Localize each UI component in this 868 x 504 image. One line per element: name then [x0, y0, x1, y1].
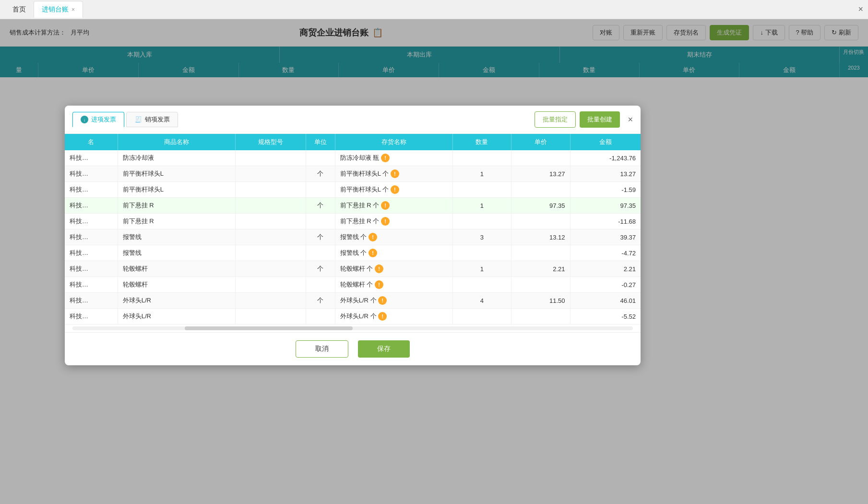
cell-spec	[235, 214, 306, 229]
cell-unit: 个	[306, 198, 335, 214]
cell-spec	[235, 309, 306, 324]
cell-unit	[306, 150, 335, 166]
tab-out-invoice[interactable]: 🧾 销项发票	[126, 112, 178, 127]
cell-qty	[452, 309, 511, 324]
cell-product: 前平衡杆球头L	[118, 182, 235, 198]
cell-stock: 报警线 个 !	[335, 229, 452, 245]
cell-unit	[306, 214, 335, 229]
save-button[interactable]: 保存	[358, 340, 410, 358]
modal-table: 名 商品名称 规格型号 单位 存货名称 数量 单价 金额 科技… 防冻冷却液	[65, 134, 641, 324]
tab-bar: 首页 进销台账 × ×	[0, 0, 868, 19]
cell-price	[511, 277, 570, 293]
cell-spec	[235, 261, 306, 277]
cell-amount: -1,243.76	[570, 150, 641, 166]
cell-qty: 1	[452, 261, 511, 277]
th-price: 单价	[511, 134, 570, 150]
cell-name: 科技…	[65, 245, 118, 261]
cell-name: 科技…	[65, 182, 118, 198]
cell-qty	[452, 182, 511, 198]
table-row: 科技… 报警线 报警线 个 ! -4.72	[65, 245, 641, 261]
cell-stock: 外球头L/R 个 !	[335, 293, 452, 309]
cell-unit	[306, 309, 335, 324]
cell-qty	[452, 277, 511, 293]
tab-close-icon[interactable]: ×	[71, 6, 75, 13]
table-row: 科技… 轮毂螺杆 个 轮毂螺杆 个 ! 1 2.21 2.21	[65, 261, 641, 277]
cell-amount: -1.59	[570, 182, 641, 198]
cell-stock: 报警线 个 !	[335, 245, 452, 261]
batch-assign-button[interactable]: 批量指定	[535, 111, 576, 128]
cell-price: 13.12	[511, 229, 570, 245]
warning-icon: !	[391, 185, 399, 194]
cell-amount: 46.01	[570, 293, 641, 309]
cancel-button[interactable]: 取消	[296, 340, 348, 358]
th-qty: 数量	[452, 134, 511, 150]
batch-create-button[interactable]: 批量创建	[580, 111, 620, 128]
cell-spec	[235, 293, 306, 309]
tab-home[interactable]: 首页	[5, 1, 34, 18]
cell-name: 科技…	[65, 261, 118, 277]
cell-unit: 个	[306, 261, 335, 277]
cell-name: 科技…	[65, 293, 118, 309]
table-row: 科技… 前平衡杆球头L 个 前平衡杆球头L 个 ! 1 13.27 13.27	[65, 166, 641, 182]
th-stock: 存货名称	[335, 134, 452, 150]
cell-name: 科技…	[65, 198, 118, 214]
tab-in-invoice[interactable]: ↓ 进项发票	[72, 112, 124, 127]
cell-unit	[306, 182, 335, 198]
cell-amount: 39.37	[570, 229, 641, 245]
cell-price	[511, 150, 570, 166]
cell-product: 轮毂螺杆	[118, 261, 235, 277]
scrollbar-track	[72, 326, 633, 330]
modal-header: ↓ 进项发票 🧾 销项发票 批量指定 批量创建 ×	[65, 106, 641, 134]
modal-close-button[interactable]: ×	[628, 115, 633, 125]
cell-name: 科技…	[65, 150, 118, 166]
th-unit: 单位	[306, 134, 335, 150]
cell-name: 科技…	[65, 166, 118, 182]
cell-unit: 个	[306, 229, 335, 245]
cell-qty	[452, 150, 511, 166]
cell-unit	[306, 245, 335, 261]
cell-price	[511, 245, 570, 261]
cell-amount: 97.35	[570, 198, 641, 214]
warning-icon: !	[378, 312, 387, 321]
window-close-button[interactable]: ×	[858, 4, 863, 14]
table-row: 科技… 防冻冷却液 防冻冷却液 瓶 ! -1,243.76	[65, 150, 641, 166]
cell-price	[511, 214, 570, 229]
cell-spec	[235, 150, 306, 166]
cell-stock: 前下悬挂 R 个 !	[335, 214, 452, 229]
table-row: 科技… 外球头L/R 外球头L/R 个 ! -5.52	[65, 309, 641, 324]
warning-icon: !	[381, 201, 390, 210]
cell-product: 前下悬挂 R	[118, 198, 235, 214]
cell-price: 97.35	[511, 198, 570, 214]
cell-product: 轮毂螺杆	[118, 277, 235, 293]
warning-icon: !	[375, 280, 383, 289]
cell-stock: 前平衡杆球头L 个 !	[335, 166, 452, 182]
cell-product: 外球头L/R	[118, 293, 235, 309]
th-name: 名	[65, 134, 118, 150]
cell-unit: 个	[306, 293, 335, 309]
cell-spec	[235, 229, 306, 245]
cell-product: 外球头L/R	[118, 309, 235, 324]
cell-price: 11.50	[511, 293, 570, 309]
cell-stock: 轮毂螺杆 个 !	[335, 261, 452, 277]
table-row: 科技… 报警线 个 报警线 个 ! 3 13.12 39.37	[65, 229, 641, 245]
cell-name: 科技…	[65, 214, 118, 229]
modal-tabs: ↓ 进项发票 🧾 销项发票	[72, 112, 178, 127]
cell-name: 科技…	[65, 277, 118, 293]
cell-qty: 3	[452, 229, 511, 245]
cell-qty: 1	[452, 166, 511, 182]
cell-price	[511, 182, 570, 198]
cell-stock: 轮毂螺杆 个 !	[335, 277, 452, 293]
modal-header-buttons: 批量指定 批量创建	[535, 111, 620, 128]
cell-spec	[235, 166, 306, 182]
tab-ledger[interactable]: 进销台账 ×	[34, 1, 83, 18]
cell-amount: -0.27	[570, 277, 641, 293]
scrollbar-thumb[interactable]	[185, 326, 353, 330]
warning-icon: !	[378, 296, 387, 305]
modal-dialog: ↓ 进项发票 🧾 销项发票 批量指定 批量创建 × 名 商品名称	[65, 106, 641, 365]
horizontal-scrollbar[interactable]	[65, 324, 641, 332]
modal-footer: 取消 保存	[65, 332, 641, 365]
cell-amount: -5.52	[570, 309, 641, 324]
cell-product: 报警线	[118, 229, 235, 245]
cell-unit	[306, 277, 335, 293]
cell-qty	[452, 214, 511, 229]
